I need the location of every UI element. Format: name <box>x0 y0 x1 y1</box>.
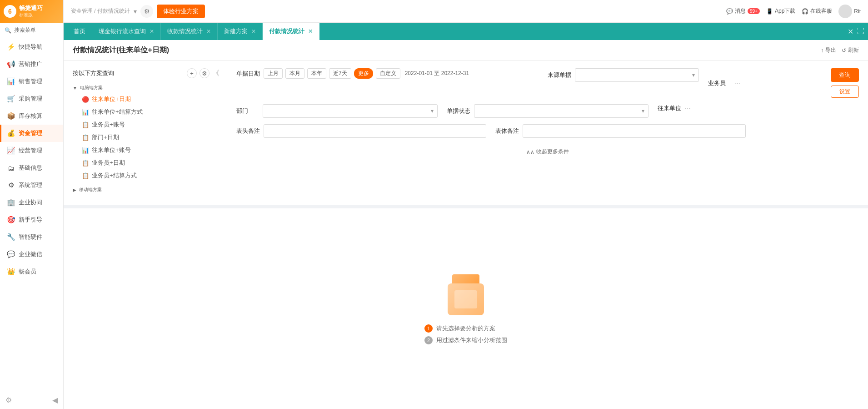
sidebar-search[interactable]: 🔍 搜索菜单 <box>0 23 63 38</box>
scheme-mobile-title[interactable]: ▶ 移动端方案 <box>73 185 219 195</box>
active-scheme-icon: 🔴 <box>82 96 89 103</box>
wechat-icon: 💬 <box>7 250 15 258</box>
chevron-right-icon: ▶ <box>73 187 76 192</box>
search-label: 搜索菜单 <box>14 26 36 34</box>
scheme-item-salesman-date[interactable]: 📋 业务员+日期 <box>79 157 219 169</box>
messages-action[interactable]: 💬 消息 99+ <box>726 7 760 15</box>
doc-status-select[interactable]: ▾ <box>474 104 648 118</box>
top-header: 资金管理 / 付款情况统计 ▾ ⚙ 体验行业方案 💬 消息 99+ 📱 App下… <box>64 0 868 23</box>
messages-badge: 99+ <box>748 8 760 14</box>
page-header-actions: ↑ 导出 ↺ 刷新 <box>821 46 859 54</box>
user-profile[interactable]: Rit <box>838 5 861 18</box>
source-filter-item: 来源单据 ▾ <box>548 68 699 82</box>
scheme-item-dept-date[interactable]: 📋 部门+日期 <box>79 131 219 144</box>
tab-cash-flow[interactable]: 现金银行流水查询 ✕ <box>92 23 161 40</box>
sidebar-item-basic[interactable]: 🗂 基础信息 <box>0 159 63 177</box>
sidebar-item-hardware[interactable]: 🔧 智能硬件 <box>0 228 63 246</box>
scheme-settings-btn[interactable]: ⚙ <box>200 68 210 78</box>
tab-payment-close[interactable]: ✕ <box>308 28 313 35</box>
salesman-dots[interactable]: ··· <box>734 79 740 87</box>
sidebar-item-enterprise[interactable]: 🏢 企业协同 <box>0 194 63 211</box>
online-service-action[interactable]: 🎧 在线客服 <box>802 7 832 15</box>
tab-cash-flow-close[interactable]: ✕ <box>150 28 154 35</box>
sidebar-item-label: 快捷导航 <box>19 43 42 51</box>
footer-settings-icon[interactable]: ⚙ <box>5 396 12 404</box>
messages-label: 消息 <box>735 7 746 15</box>
sidebar-item-purchase[interactable]: 🛒 采购管理 <box>0 90 63 107</box>
sidebar-item-system[interactable]: ⚙ 系统管理 <box>0 177 63 194</box>
scheme-actions: + ⚙ 《 <box>187 68 219 78</box>
tab-payment[interactable]: 付款情况统计 ✕ <box>263 23 319 40</box>
panel-collapse-btn[interactable]: 《 <box>212 69 219 78</box>
search-icon: 🔍 <box>5 27 11 34</box>
sidebar-item-vip[interactable]: 👑 畅会员 <box>0 263 63 280</box>
scheme-icon: 📋 <box>82 134 89 141</box>
sidebar-item-quick-nav[interactable]: ⚡ 快捷导航 <box>0 38 63 56</box>
date-btn-this-year[interactable]: 本年 <box>307 68 326 79</box>
scheme-item-unit-account[interactable]: 📊 往来单位+账号 <box>79 144 219 157</box>
sidebar-item-wechat[interactable]: 💬 企业微信 <box>0 246 63 263</box>
scheme-header: 按以下方案查询 + ⚙ 《 <box>73 68 219 78</box>
footer-collapse-icon[interactable]: ◀ <box>52 396 58 404</box>
salesman-label: 业务员 <box>708 79 731 87</box>
tab-cash-flow-label: 现金银行流水查询 <box>99 27 146 35</box>
sidebar-item-guide[interactable]: 🎯 新手引导 <box>0 211 63 228</box>
date-btn-custom[interactable]: 自定义 <box>376 68 400 79</box>
sidebar-item-operation[interactable]: 📈 经营管理 <box>0 142 63 159</box>
partner-dots[interactable]: ··· <box>685 104 691 112</box>
sidebar-item-inventory[interactable]: 📦 库存核算 <box>0 107 63 125</box>
scheme-item-label: 部门+日期 <box>92 133 119 141</box>
tab-receipt[interactable]: 收款情况统计 ✕ <box>161 23 218 40</box>
dept-select[interactable]: ▾ <box>263 104 438 118</box>
quick-nav-icon: ⚡ <box>7 43 15 51</box>
sidebar-item-marketing[interactable]: 📢 营销推广 <box>0 56 63 73</box>
tab-home-label: 首页 <box>74 27 85 35</box>
step-2-text: 用过滤条件来缩小分析范围 <box>436 336 507 344</box>
service-icon: 🎧 <box>802 8 808 15</box>
scheme-item-salesman-account[interactable]: 📋 业务员+账号 <box>79 118 219 131</box>
add-scheme-btn[interactable]: + <box>187 68 197 78</box>
partner-label: 往来单位 <box>658 104 681 112</box>
tab-maximize-btn[interactable]: ⛶ <box>857 27 864 35</box>
trial-button[interactable]: 体验行业方案 <box>157 5 205 18</box>
sidebar-item-label: 企业协同 <box>19 198 42 207</box>
scheme-item-salesman-settlement[interactable]: 📋 业务员+结算方式 <box>79 169 219 182</box>
scheme-item-label: 业务员+账号 <box>92 121 125 129</box>
date-btn-more[interactable]: 更多 <box>354 68 373 79</box>
tab-home[interactable]: 首页 <box>67 23 92 40</box>
refresh-button[interactable]: ↺ 刷新 <box>842 46 859 54</box>
date-btn-last-month[interactable]: 上月 <box>264 68 283 79</box>
tab-receipt-close[interactable]: ✕ <box>206 28 211 35</box>
scheme-desktop-title[interactable]: ▼ 电脑端方案 <box>73 83 219 93</box>
query-button[interactable]: 查询 <box>831 68 859 82</box>
source-select[interactable]: ▾ <box>575 68 699 82</box>
app-download-action[interactable]: 📱 App下载 <box>766 7 795 15</box>
tab-close-all-btn[interactable]: ✕ <box>848 27 853 36</box>
scheme-desktop-group: ▼ 电脑端方案 🔴 往来单位+日期 📊 往来单位+结算方式 <box>73 83 219 182</box>
collapse-label: 收起更多条件 <box>536 148 569 156</box>
sidebar-item-label: 营销推广 <box>19 60 42 68</box>
table-head-note-input[interactable] <box>264 124 486 138</box>
header-dropdown-icon[interactable]: ▾ <box>134 8 137 15</box>
dept-filter-item: 部门 ▾ <box>236 104 438 118</box>
enterprise-icon: 🏢 <box>7 198 15 207</box>
export-button[interactable]: ↑ 导出 <box>821 46 836 54</box>
sales-icon: 📊 <box>7 77 15 86</box>
scheme-panel: 按以下方案查询 + ⚙ 《 ▼ 电脑端方案 🔴 <box>73 68 227 197</box>
date-btn-this-month[interactable]: 本月 <box>285 68 304 79</box>
filter-settings-button[interactable]: 设置 <box>831 86 859 98</box>
collapse-conditions-btn[interactable]: ∧∧ 收起更多条件 <box>236 144 859 159</box>
tab-new-scheme-close[interactable]: ✕ <box>251 28 256 35</box>
table-body-note-input[interactable] <box>523 124 745 138</box>
purchase-icon: 🛒 <box>7 95 15 103</box>
sidebar-item-capital[interactable]: 💰 资金管理 <box>0 125 63 142</box>
inventory-icon: 📦 <box>7 112 15 120</box>
sidebar-item-label: 畅会员 <box>19 268 36 276</box>
sidebar-item-sales[interactable]: 📊 销售管理 <box>0 73 63 90</box>
sidebar-item-label: 系统管理 <box>19 181 42 189</box>
scheme-item-unit-date[interactable]: 🔴 往来单位+日期 <box>79 93 219 106</box>
header-gear-btn[interactable]: ⚙ <box>140 5 153 18</box>
scheme-item-unit-settlement[interactable]: 📊 往来单位+结算方式 <box>79 106 219 118</box>
tab-new-scheme[interactable]: 新建方案 ✕ <box>218 23 263 40</box>
date-btn-7days[interactable]: 近7天 <box>329 68 351 79</box>
